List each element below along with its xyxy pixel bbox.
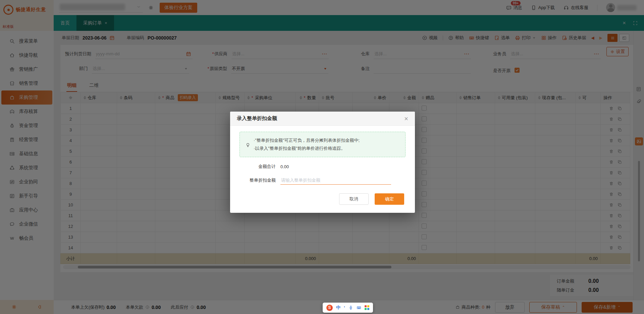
- confirm-button[interactable]: 确定: [375, 193, 404, 205]
- mic-icon[interactable]: [348, 305, 353, 310]
- modal-close-icon[interactable]: ×: [404, 115, 408, 122]
- amount-sum-value: 0.00: [280, 164, 289, 169]
- discount-amount-input[interactable]: [280, 176, 391, 185]
- modal-header: 录入整单折扣金额 ×: [230, 112, 415, 126]
- modal-tip-box: ·"整单折扣金额"可正可负，且将分摊到表体折扣金额中; ·以录入"整单折扣金额"…: [239, 132, 406, 157]
- ime-toolbox-icon[interactable]: [365, 305, 369, 310]
- lightbulb-icon: [245, 137, 251, 152]
- sogou-logo-icon[interactable]: S: [326, 305, 333, 311]
- tip-line-2: ·以录入"整单折扣金额"前的单价进行价格追踪。: [254, 144, 360, 152]
- ime-punct-icon[interactable]: ’: [344, 305, 345, 310]
- ime-mode-zh[interactable]: 中: [336, 305, 340, 311]
- ime-toolbar: S 中 ’: [323, 303, 373, 313]
- app-screen: 畅捷通好生意 标准版 搜索菜单快捷导航营销推广销售管理采购管理库存核算资金管理经…: [0, 0, 644, 314]
- discount-input-row: 整单折扣金额: [239, 176, 406, 185]
- modal-title: 录入整单折扣金额: [237, 115, 277, 122]
- discount-modal: 录入整单折扣金额 × ·"整单折扣金额"可正可负，且将分摊到表体折扣金额中; ·…: [230, 112, 415, 213]
- cancel-button[interactable]: 取消: [339, 193, 369, 205]
- keyboard-icon[interactable]: [357, 305, 361, 310]
- amount-sum-row: 金额合计 0.00: [239, 164, 406, 170]
- tip-line-1: ·"整单折扣金额"可正可负，且将分摊到表体折扣金额中;: [254, 136, 360, 144]
